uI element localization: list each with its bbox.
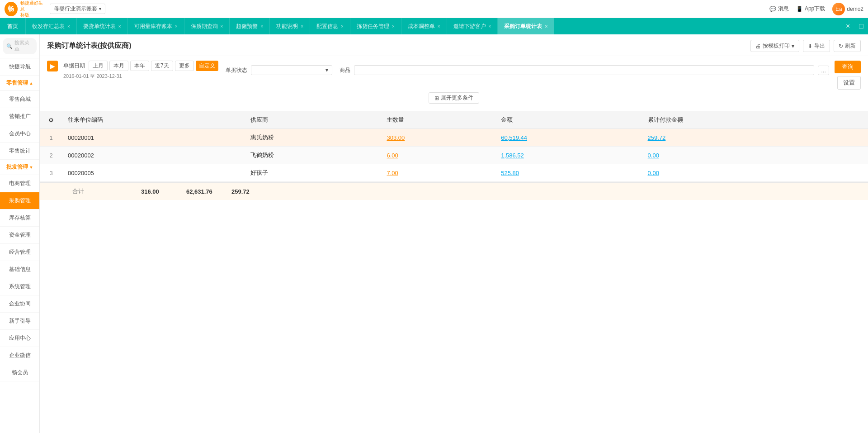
page-actions: 🖨 按模板打印 ▾ ⬇ 导出 ↻ 刷新: [750, 40, 861, 52]
sidebar-item-quicknav[interactable]: 快捷导航: [0, 58, 39, 76]
sidebar-item-member[interactable]: 会员中心: [0, 125, 39, 143]
query-button[interactable]: 查询: [835, 61, 861, 73]
sidebar-item-purchase[interactable]: 采购管理: [0, 192, 39, 209]
sidebar-item-member2[interactable]: 畅会员: [0, 364, 39, 381]
tab-tuohuo[interactable]: 拣货任务管理 ×: [350, 18, 401, 34]
tab-home[interactable]: 首页: [0, 18, 26, 34]
sidebar-item-appcenter[interactable]: 应用中心: [0, 330, 39, 347]
row-index: 1: [40, 129, 62, 147]
close-icon[interactable]: ×: [118, 24, 121, 29]
sidebar-item-retail-stat[interactable]: 零售统计: [0, 143, 39, 160]
tab-yaohuo[interactable]: 要货单统计表 ×: [77, 18, 128, 34]
tab-shoufacun[interactable]: 收发存汇总表 ×: [26, 18, 77, 34]
date-btn-this-month[interactable]: 本月: [109, 61, 128, 71]
goods-input[interactable]: [354, 65, 814, 75]
sidebar-item-retail-shop[interactable]: 零售商城: [0, 91, 39, 108]
tab-chaochu[interactable]: 超储预警 ×: [230, 18, 270, 34]
sidebar-item-operation[interactable]: 经营管理: [0, 244, 39, 261]
close-window-btn[interactable]: ×: [841, 22, 854, 30]
tab-baoxian[interactable]: 保质期查询 ×: [184, 18, 230, 34]
date-btn-this-year[interactable]: 本年: [130, 61, 149, 71]
print-button[interactable]: 🖨 按模板打印 ▾: [750, 40, 799, 52]
app-download-btn[interactable]: 📱 App下载: [796, 5, 825, 13]
close-icon[interactable]: ×: [67, 24, 70, 29]
date-label: 单据日期: [63, 62, 85, 70]
row-paid[interactable]: 259.72: [642, 129, 825, 147]
row-amount[interactable]: 1,586.52: [495, 147, 642, 164]
tab-peizhi[interactable]: 配置信息 ×: [310, 18, 350, 34]
sidebar-item-ecommerce[interactable]: 电商管理: [0, 175, 39, 192]
row-amount[interactable]: 525.80: [495, 164, 642, 182]
chevron-down-icon: ▾: [99, 6, 101, 11]
user-avatar-area[interactable]: Ea demo2: [832, 3, 863, 15]
close-icon[interactable]: ×: [438, 24, 440, 29]
footer-qty: 316.00: [136, 188, 181, 195]
tab-yaoqing[interactable]: 邀请下游客户 ×: [447, 18, 498, 34]
close-icon[interactable]: ×: [545, 24, 547, 29]
row-qty[interactable]: 303.00: [381, 129, 495, 147]
nav-tabs: 首页 收发存汇总表 × 要货单统计表 × 可用量库存账本 × 保质期查询 × 超…: [0, 18, 868, 34]
tab-gongneng[interactable]: 功能说明 ×: [270, 18, 310, 34]
status-label: 单据状态: [226, 67, 247, 74]
gear-icon[interactable]: ⚙: [48, 117, 54, 124]
sidebar-item-system[interactable]: 系统管理: [0, 278, 39, 295]
export-button[interactable]: ⬇ 导出: [803, 40, 830, 52]
sidebar-item-basic[interactable]: 基础信息: [0, 261, 39, 278]
expand-window-btn[interactable]: □: [854, 22, 868, 30]
store-select[interactable]: 母婴行业演示账套 ▾: [50, 4, 105, 14]
close-icon[interactable]: ×: [301, 24, 303, 29]
close-icon[interactable]: ×: [175, 24, 178, 29]
message-icon: 💬: [769, 6, 776, 12]
sidebar-section-batch[interactable]: 批发管理 ▼: [0, 160, 39, 175]
sidebar-item-finance[interactable]: 资金管理: [0, 227, 39, 244]
refresh-button[interactable]: ↻ 刷新: [834, 40, 861, 52]
sidebar-item-marketing[interactable]: 营销推广: [0, 108, 39, 125]
date-btn-custom[interactable]: 自定义: [196, 61, 218, 71]
close-icon[interactable]: ×: [341, 24, 344, 29]
row-paid[interactable]: 0.00: [642, 147, 825, 164]
sidebar-item-wechat[interactable]: 企业微信: [0, 347, 39, 364]
row-supplier: 惠氏奶粉: [245, 129, 381, 147]
sidebar-item-inventory[interactable]: 库存核算: [0, 209, 39, 227]
row-paid[interactable]: 0.00: [642, 164, 825, 182]
expand-more-btn[interactable]: ⊞ 展开更多条件: [429, 92, 479, 104]
date-btn-more[interactable]: 更多: [175, 61, 194, 71]
page-title: 采购订单统计表(按供应商): [47, 41, 132, 51]
sidebar-item-collab[interactable]: 企业协同: [0, 295, 39, 313]
sidebar-section-retail[interactable]: 零售管理 ▲: [0, 76, 39, 91]
top-right-actions: 💬 消息 📱 App下载 Ea demo2: [769, 3, 863, 15]
table-row: 1 00020001 惠氏奶粉 303.00 60,519.44 259.72: [40, 129, 868, 147]
chevron-icon: ▼: [29, 165, 33, 170]
footer-paid: 259.72: [226, 188, 271, 195]
table-row: 3 00020005 好孩子 7.00 525.80 0.00: [40, 164, 868, 182]
tab-keyong[interactable]: 可用量库存账本 ×: [128, 18, 184, 34]
row-qty[interactable]: 7.00: [381, 164, 495, 182]
date-btn-7days[interactable]: 近7天: [151, 61, 173, 71]
sidebar: 🔍 搜索菜单 快捷导航 零售管理 ▲ 零售商城 营销推广 会员中心 零售统计 批…: [0, 34, 40, 433]
close-icon[interactable]: ×: [221, 24, 223, 29]
filter-toggle-btn[interactable]: ▶: [47, 61, 58, 71]
row-supplier: 好孩子: [245, 164, 381, 182]
date-range-display: 2016-01-01 至 2023-12-31: [63, 73, 218, 80]
sidebar-search-box[interactable]: 🔍 搜索菜单: [3, 38, 37, 54]
close-icon[interactable]: ×: [392, 24, 395, 29]
date-btn-last-month[interactable]: 上月: [89, 61, 108, 71]
col-extra: [825, 111, 868, 129]
row-amount[interactable]: 60,519.44: [495, 129, 642, 147]
col-code: 往来单位编码: [62, 111, 245, 129]
filter-section: ▶ 单据日期 上月 本月 本年: [47, 61, 861, 90]
row-qty[interactable]: 6.00: [381, 147, 495, 164]
status-select[interactable]: ▾: [251, 65, 332, 75]
col-settings: ⚙: [40, 111, 62, 129]
settings-button[interactable]: 设置: [837, 76, 861, 90]
download-icon: 📱: [796, 6, 803, 12]
arrow-right-icon: ▶: [50, 62, 55, 70]
tab-chengben[interactable]: 成本调整单 ×: [401, 18, 447, 34]
goods-more-btn[interactable]: ...: [818, 66, 829, 75]
tab-caigou[interactable]: 采购订单统计表 ×: [498, 18, 554, 34]
message-btn[interactable]: 💬 消息: [769, 5, 789, 13]
close-icon[interactable]: ×: [260, 24, 263, 29]
close-icon[interactable]: ×: [489, 24, 491, 29]
sidebar-item-newguide[interactable]: 新手引导: [0, 313, 39, 330]
table-header-row: ⚙ 往来单位编码 供应商 主数量 金额 累计付款金额: [40, 111, 868, 129]
